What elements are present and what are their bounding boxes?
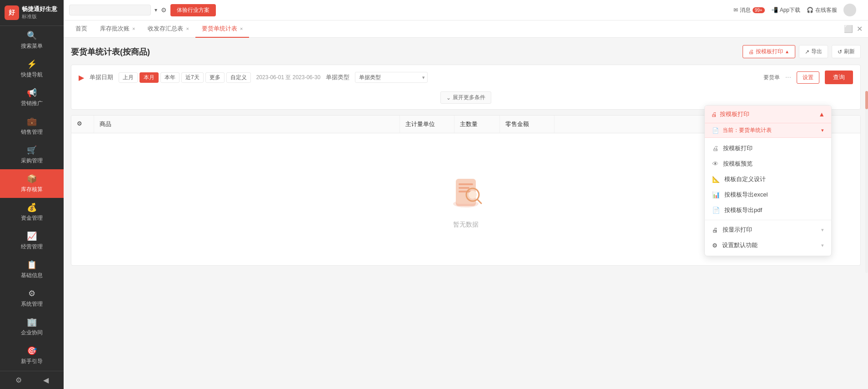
sidebar-item-operations[interactable]: 📈 经营管理 [0,227,64,255]
current-template-arrow: ▾ [821,127,824,133]
date-btn-last-month[interactable]: 上月 [119,72,138,83]
settings-footer-btn[interactable]: ⚙ [15,376,22,384]
operations-icon: 📈 [27,231,37,241]
tab-collection-close[interactable]: × [186,26,189,31]
svg-rect-3 [459,183,473,185]
app-brand-text: 畅捷通好生意 标准版 [22,5,57,20]
page-title: 要货单统计表(按商品) [71,46,150,57]
topbar-avatar[interactable] [843,4,856,16]
messages-label: 消息 [740,6,751,14]
online-service-label: 在线客服 [815,6,837,14]
tabs-close-all-icon[interactable]: ✕ [857,25,863,33]
display-print-label: 按显示打印 [723,226,752,234]
print-menu-group-display[interactable]: 🖨 按显示打印 ▾ [705,222,831,237]
guide-icon: 🎯 [27,346,37,356]
expand-more-button[interactable]: ⌄ 展开更多条件 [440,91,491,104]
main-area: ▾ ⚙ 体验行业方案 ✉ 消息 99+ 📲 App下载 🎧 在线客服 首页 [64,0,868,389]
refresh-label: 刷新 [844,48,855,56]
type-select[interactable]: 单据类型 [355,72,428,83]
system-icon: ⚙ [28,288,35,298]
settings-button[interactable]: 设置 [797,71,819,84]
display-print-left: 🖨 按显示打印 [712,226,752,234]
topbar-search-input[interactable] [69,5,151,15]
topbar-online-service[interactable]: 🎧 在线客服 [807,6,837,14]
tabs-expand-icon[interactable]: ⬜ [844,25,853,33]
messages-badge: 99+ [753,7,765,13]
filter-expand-left: ▶ [79,73,84,82]
sidebar-nav: 🔍 搜索菜单 ⚡ 快捷导航 📢 营销推广 💼 销售管理 🛒 采购管理 📦 库存核… [0,26,64,371]
print-menu-item-template-print[interactable]: 🖨 按模板打印 [705,141,831,156]
sidebar-item-guide[interactable]: 🎯 新手引导 [0,341,64,370]
date-btn-current-month[interactable]: 本月 [140,72,159,83]
date-btn-more[interactable]: 更多 [205,72,224,83]
print-template-button[interactable]: 🖨 按模板打印 ▲ [743,45,795,58]
print-menu-item-template-pdf[interactable]: 📄 按模板导出pdf [705,202,831,218]
filter-bar: ▶ 单据日期 上月 本月 本年 近7天 更多 自定义 2023-06-01 至 … [71,65,861,110]
print-template-label: 按模板打印 [756,48,783,56]
template-pdf-label: 按模板导出pdf [724,206,762,214]
print-menu-item-template-excel[interactable]: 📊 按模板导出excel [705,187,831,202]
filter-expand-arrow[interactable]: ▶ [79,73,84,82]
finance-icon: 💰 [27,202,37,212]
print-dropdown-body: 🖨 按模板打印 👁 按模板预览 📐 模板自定义设计 📊 按模板导出excel 📄 [705,138,831,256]
sidebar-item-basics[interactable]: 📋 基础信息 [0,255,64,284]
date-btn-custom[interactable]: 自定义 [226,72,251,83]
topbar-trial-button[interactable]: 体验行业方案 [170,4,216,16]
sidebar-item-corp[interactable]: 🏢 企业协同 [0,313,64,341]
print-menu-divider [705,220,831,220]
type-select-wrap: 单据类型 [355,72,428,83]
print-dropdown-title-icon: 🖨 [711,111,717,118]
sidebar-item-sales[interactable]: 💼 销售管理 [0,112,64,141]
tab-home-label: 首页 [75,25,87,33]
print-menu-group-default[interactable]: ⚙ 设置默认功能 ▾ [705,237,831,253]
sidebar-item-label: 快捷导航 [21,71,43,79]
print-menu-item-template-design[interactable]: 📐 模板自定义设计 [705,172,831,187]
query-button[interactable]: 查询 [825,71,853,84]
tab-requisition-close[interactable]: × [240,26,243,31]
sidebar-item-finance[interactable]: 💰 资金管理 [0,198,64,227]
collapse-footer-btn[interactable]: ◀ [43,376,49,384]
sidebar-item-purchase[interactable]: 🛒 采购管理 [0,141,64,169]
tab-home[interactable]: 首页 [69,20,94,38]
topbar-gear-icon[interactable]: ⚙ [161,6,167,14]
refresh-button[interactable]: ↺ 刷新 [832,45,861,58]
topbar-actions: ✉ 消息 99+ 📲 App下载 🎧 在线客服 [733,4,863,16]
topbar-dropdown-arrow[interactable]: ▾ [155,7,157,13]
refresh-icon: ↺ [838,49,842,55]
print-dropdown-close-icon[interactable]: ▲ [818,111,825,118]
set-default-label: 设置默认功能 [722,241,758,249]
more-options-icon[interactable]: ··· [785,73,791,81]
app-logo-icon: 好 [5,5,19,20]
print-menu-item-template-preview[interactable]: 👁 按模板预览 [705,156,831,172]
sidebar-item-inventory[interactable]: 📦 库存核算 [0,169,64,198]
corp-icon: 🏢 [27,317,37,327]
sidebar: 好 畅捷通好生意 标准版 🔍 搜索菜单 ⚡ 快捷导航 📢 营销推广 💼 销售管理… [0,0,64,389]
expand-more-row: ⌄ 展开更多条件 [79,88,853,104]
search-nav-icon: 🔍 [27,30,37,40]
sidebar-item-quicknav[interactable]: ⚡ 快捷导航 [0,55,64,83]
th-product: 商品 [94,116,400,133]
th-unit: 主计量单位 [400,116,454,133]
filter-row-1: ▶ 单据日期 上月 本月 本年 近7天 更多 自定义 2023-06-01 至 … [79,71,853,84]
sidebar-item-label: 系统管理 [21,300,43,308]
message-icon: ✉ [733,7,738,13]
export-button[interactable]: ↗ 导出 [799,45,828,58]
tab-batch[interactable]: 库存批次账 × [94,20,141,38]
topbar-app-download[interactable]: 📲 App下载 [771,6,800,14]
tab-requisition[interactable]: 要货单统计表 × [195,20,249,38]
tab-batch-close[interactable]: × [132,26,135,31]
sidebar-item-label: 新手引导 [21,358,43,365]
tabs-bar: 首页 库存批次账 × 收发存汇总表 × 要货单统计表 × ⬜ ✕ [64,20,868,38]
set-default-left: ⚙ 设置默认功能 [712,241,758,249]
scrollbar-thumb[interactable] [865,91,868,109]
th-settings[interactable]: ⚙ [71,116,94,133]
sidebar-item-marketing[interactable]: 📢 营销推广 [0,83,64,112]
marketing-icon: 📢 [27,88,37,98]
date-btn-current-year[interactable]: 本年 [160,72,180,83]
tab-collection[interactable]: 收发存汇总表 × [141,20,195,38]
topbar-messages[interactable]: ✉ 消息 99+ [733,6,765,14]
date-btn-7days[interactable]: 近7天 [181,72,204,83]
sidebar-item-search[interactable]: 🔍 搜索菜单 [0,26,64,55]
requisition-filter-label: 要货单 [763,74,780,81]
sidebar-item-system[interactable]: ⚙ 系统管理 [0,284,64,313]
